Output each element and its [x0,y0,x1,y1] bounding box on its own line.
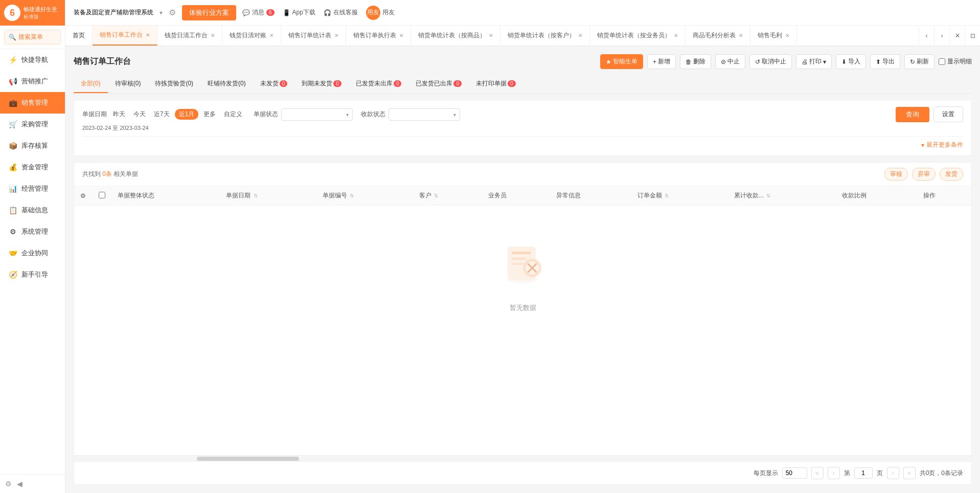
tab-close-icon[interactable]: ✕ [674,33,678,38]
svg-rect-4 [512,263,523,265]
quick-more[interactable]: 更多 [200,109,219,120]
sidebar-item-basic-info[interactable]: 📋 基础信息 [0,199,65,221]
sub-tab-all[interactable]: 全部(0) [74,75,108,93]
settings-icon[interactable]: ⚙ [80,192,86,199]
sidebar-item-marketing[interactable]: 📢 营销推广 [0,71,65,92]
settings-button[interactable]: ⚙ [5,480,12,488]
show-detail-checkbox-label[interactable]: 显示明细 [939,57,972,66]
next-page-button[interactable]: › [887,467,899,479]
sort-icon[interactable]: ⇅ [766,193,770,198]
app-download-item[interactable]: 📱 App下载 [283,8,315,17]
audit-button[interactable]: 审核 [884,168,908,181]
sort-icon[interactable]: ⇅ [434,193,438,198]
date-quick-buttons: 昨天 今天 近7天 近1月 更多 自定义 [110,109,245,120]
tab-close-icon[interactable]: ✕ [578,33,582,38]
smart-create-button[interactable]: ★ 智能生单 [600,54,643,69]
payment-select[interactable] [389,108,460,121]
prev-page-button[interactable]: ‹ [828,467,840,479]
tab-sales-stats-staff[interactable]: 销货单统计表（按业务员） ✕ [590,26,686,45]
topbar: 装备及固定资产辅助管理系统 ▾ ⚙ 体验行业方案 💬 消息 6 📱 App下载 … [65,0,980,26]
print-button[interactable]: 🖨 打印 ▾ [796,54,832,69]
sub-tab-pending-audit[interactable]: 待审核(0) [108,75,148,93]
ship-button[interactable]: 发货 [940,168,963,181]
delete-button[interactable]: 🗑 删除 [680,54,711,69]
tab-close-icon[interactable]: ✕ [334,33,338,38]
sidebar-item-operation[interactable]: 📊 经营管理 [0,178,65,199]
message-item[interactable]: 💬 消息 6 [242,8,275,17]
tab-nav-next[interactable]: › [934,27,949,45]
tab-close-icon[interactable]: ✕ [739,33,743,38]
tab-expand[interactable]: ⊡ [965,27,980,45]
setting-button[interactable]: 设置 [933,106,963,122]
sidebar-item-enterprise[interactable]: 🤝 企业协同 [0,242,65,264]
tab-close-icon[interactable]: ✕ [146,32,150,38]
page-number-input[interactable] [854,467,873,479]
sub-tab-wangpu-ship[interactable]: 旺铺待发货(0) [200,75,253,93]
export-button[interactable]: ⬆ 导出 [870,54,900,69]
user-menu[interactable]: 用友 用友 [366,6,395,20]
sub-tab-shipped-not-out[interactable]: 已发货未出库0 [349,75,409,93]
sidebar-item-finance[interactable]: 💰 资金管理 [0,156,65,178]
app-logo-text: 畅捷通好生意 标准版 [24,6,57,19]
quick-1month[interactable]: 近1月 [175,109,199,120]
status-select[interactable] [281,108,353,121]
cancel-stop-button[interactable]: ↺ 取消中止 [749,54,792,69]
import-button[interactable]: ⬇ 导入 [836,54,866,69]
tab-close-icon[interactable]: ✕ [211,33,215,38]
horizontal-scrollbar[interactable] [74,455,971,461]
tab-cash-daily[interactable]: 钱货日清工作台 ✕ [157,26,222,45]
first-page-button[interactable]: « [811,467,824,479]
query-button[interactable]: 查询 [896,107,929,122]
sort-icon[interactable]: ⇅ [350,193,354,198]
sort-icon[interactable]: ⇅ [665,193,669,198]
sidebar-item-inventory[interactable]: 📦 库存核算 [0,135,65,156]
tab-sales-stats-customer[interactable]: 销货单统计表（按客户） ✕ [500,26,590,45]
search-menu-button[interactable]: 🔍 搜索菜单 [4,30,61,44]
tab-close-icon[interactable]: ✕ [269,33,274,38]
quick-nav-icon: ⚡ [8,56,17,64]
sidebar-item-purchase[interactable]: 🛒 采购管理 [0,114,65,135]
quick-7days[interactable]: 近7天 [151,109,173,120]
stop-button[interactable]: ⊘ 中止 [715,54,745,69]
tab-gross-margin[interactable]: 商品毛利分析表 ✕ [686,26,750,45]
sidebar-item-sales[interactable]: 💼 销售管理 [0,92,65,114]
tab-close-icon[interactable]: ✕ [785,33,789,38]
last-page-button[interactable]: » [903,467,916,479]
page-size-select[interactable]: 10 20 50 100 [782,467,807,479]
collapse-button[interactable]: ◀ [17,480,22,488]
sidebar-item-quick-nav[interactable]: ⚡ 快捷导航 [0,49,65,71]
sidebar-item-guide[interactable]: 🧭 新手引导 [0,264,65,285]
sub-tab-shipped-out[interactable]: 已发货已出库0 [408,75,469,93]
tab-sales-stats-product[interactable]: 销货单统计表（按商品） ✕ [411,26,500,45]
tab-home[interactable]: 首页 [65,26,93,45]
industry-solution-button[interactable]: 体验行业方案 [182,5,236,20]
show-detail-checkbox[interactable] [939,58,945,65]
refresh-button[interactable]: ↻ 刷新 [904,54,935,69]
settings-icon[interactable]: ⚙ [169,8,176,17]
tab-nav-prev[interactable]: ‹ [919,27,934,45]
sidebar-item-system[interactable]: ⚙ 系统管理 [0,221,65,242]
tab-close-all[interactable]: ✕ [949,27,965,45]
tab-close-icon[interactable]: ✕ [399,33,403,38]
tab-cash-reconcile[interactable]: 钱货日清对账 ✕ [222,26,281,45]
tab-sales-workbench[interactable]: 销售订单工作台 ✕ [93,26,157,46]
tab-sales-gross[interactable]: 销售毛利 ✕ [750,26,797,45]
sort-icon[interactable]: ⇅ [254,193,258,198]
select-all-checkbox[interactable] [99,192,105,198]
filter-expand-button[interactable]: ▾ 展开更多条件 [921,141,963,149]
tab-close-icon[interactable]: ✕ [489,33,493,38]
quick-custom[interactable]: 自定义 [221,109,245,120]
scrollbar-thumb[interactable] [197,457,299,461]
sub-tab-not-printed[interactable]: 未打印单据0 [469,75,523,93]
add-button[interactable]: + 新增 [647,54,676,69]
import-icon: ⬇ [841,58,847,65]
quick-yesterday[interactable]: 昨天 [110,109,128,120]
cancel-audit-button[interactable]: 弃审 [912,168,936,181]
sub-tab-overdue-not-shipped[interactable]: 到期未发货0 [294,75,349,93]
tab-sales-stats[interactable]: 销售订单统计表 ✕ [281,26,346,45]
tab-sales-exec[interactable]: 销售订单执行表 ✕ [346,26,411,45]
sub-tab-pending-inspect[interactable]: 待拣货验货(0) [148,75,200,93]
sub-tab-not-shipped[interactable]: 未发货0 [253,75,295,93]
online-service-item[interactable]: 🎧 在线客服 [324,8,358,17]
quick-today[interactable]: 今天 [130,109,149,120]
